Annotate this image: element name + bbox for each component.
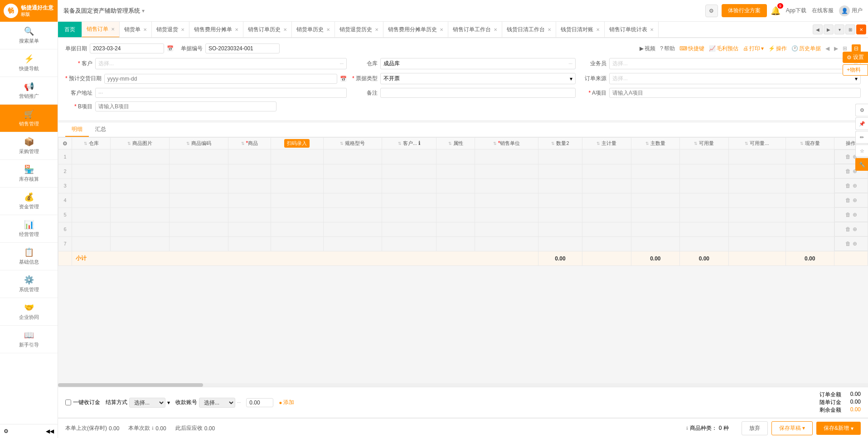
cell-attrs[interactable] — [436, 207, 475, 222]
tab-close-icon[interactable]: ✕ — [548, 27, 551, 32]
cell-available2[interactable] — [728, 207, 786, 222]
cell-product[interactable] — [228, 236, 271, 251]
cell-main-qty[interactable] — [631, 164, 679, 178]
cell-main-qty[interactable] — [631, 193, 679, 207]
operation-link[interactable]: ⚡ 操作 — [768, 45, 787, 53]
remarks-input[interactable] — [380, 88, 576, 98]
tab-close-icon[interactable]: ✕ — [596, 27, 600, 32]
cell-warehouse[interactable] — [72, 193, 111, 207]
cell-stock[interactable] — [786, 193, 834, 207]
cell-stock[interactable] — [786, 178, 834, 193]
a-project-input[interactable] — [609, 88, 861, 98]
cell-main-unit[interactable] — [582, 207, 631, 222]
tab-close-icon[interactable]: ✕ — [143, 27, 147, 32]
cell-product-img[interactable] — [111, 222, 170, 236]
cell-attrs[interactable] — [436, 236, 475, 251]
customer-address-select[interactable]: ··· — [95, 88, 347, 98]
tab-close-icon[interactable]: ✕ — [375, 27, 378, 32]
tab-sales-expense-split-history[interactable]: 销售费用分摊单历史 ✕ — [383, 22, 448, 38]
cell-stock[interactable] — [786, 222, 834, 236]
right-panel-edit-btn[interactable]: ✏ — [855, 131, 868, 144]
cell-product[interactable] — [228, 222, 271, 236]
cell-spec[interactable] — [323, 149, 382, 164]
cell-main-unit[interactable] — [582, 164, 631, 178]
tab-close-icon[interactable]: ✕ — [494, 27, 497, 32]
view-link[interactable]: ▶ 视频 — [640, 45, 655, 53]
col-stock[interactable]: ⇅ 现存量 — [786, 138, 834, 149]
cell-sales-unit[interactable] — [475, 207, 538, 222]
shortcut-link[interactable]: ⌨ 快捷键 — [679, 45, 704, 53]
sidebar-item-purchase[interactable]: 📦 采购管理 — [0, 132, 58, 160]
cell-main-unit[interactable] — [582, 236, 631, 251]
cell-sales-unit[interactable] — [475, 178, 538, 193]
cell-stock[interactable] — [786, 207, 834, 222]
save-draft-button[interactable]: 保存草稿 ▾ — [771, 421, 813, 435]
tab-sales-workbench[interactable]: 销售订单工作台 ✕ — [448, 22, 502, 38]
calendar-icon-2[interactable]: 📅 — [340, 76, 347, 82]
row-copy-icon[interactable]: ⊕ — [853, 212, 857, 218]
add-product-btn[interactable]: +物料 — [843, 64, 868, 76]
sidebar-item-system[interactable]: ⚙️ 系统管理 — [0, 270, 58, 298]
tab-close-icon[interactable]: ✕ — [650, 27, 654, 32]
cell-stock[interactable] — [786, 149, 834, 164]
cell-available2[interactable] — [728, 222, 786, 236]
cell-product-code[interactable] — [169, 164, 228, 178]
topbar-gear-btn[interactable]: ⚙ — [705, 5, 718, 17]
row-delete-icon[interactable]: 🗑 — [845, 241, 851, 247]
cell-main-qty[interactable] — [631, 222, 679, 236]
col-warehouse[interactable]: ⇅ 仓库 — [72, 138, 111, 149]
cell-main-qty[interactable] — [631, 207, 679, 222]
sidebar-item-guide[interactable]: 📖 新手引导 — [0, 326, 58, 353]
tab-summary[interactable]: 汇总 — [89, 123, 112, 137]
history-link[interactable]: 🕐 历史单据 — [791, 45, 821, 53]
settings-btn[interactable]: ⚙ 设置 — [843, 52, 868, 63]
cell-spec[interactable] — [323, 207, 382, 222]
notification-badge[interactable]: 🔔 9 — [771, 6, 781, 16]
sidebar-item-inventory[interactable]: 🏪 库存核算 — [0, 160, 58, 188]
right-panel-settings-btn[interactable]: ⚙ — [855, 104, 868, 116]
grid-view-btn[interactable]: ⊞ — [843, 45, 847, 52]
sidebar-item-basics[interactable]: 📋 基础信息 — [0, 243, 58, 270]
cell-warehouse[interactable] — [72, 207, 111, 222]
warehouse-select[interactable]: 成品库 ··· — [380, 58, 576, 69]
tabs-next-btn[interactable]: ▶ — [824, 24, 834, 34]
cell-qty2[interactable] — [538, 178, 582, 193]
tabs-close-btn[interactable]: ✕ — [856, 24, 866, 34]
tab-sales-refund-history[interactable]: 销货退货历史 ✕ — [335, 22, 383, 38]
cell-stock[interactable] — [786, 236, 834, 251]
salesperson-select[interactable]: 选择... ··· — [609, 58, 861, 69]
tabs-grid-btn[interactable]: ⊞ — [845, 24, 855, 34]
right-panel-star-btn[interactable]: ☆ — [855, 144, 868, 157]
cell-sales-unit[interactable] — [475, 236, 538, 251]
cell-available[interactable] — [680, 207, 728, 222]
cell-product-img[interactable] — [111, 207, 170, 222]
tab-close-icon[interactable]: ✕ — [111, 27, 115, 32]
cell-customer-attr[interactable] — [382, 149, 436, 164]
print-link[interactable]: 🖨 打印 ▾ — [743, 45, 764, 53]
cell-qty2[interactable] — [538, 236, 582, 251]
scroll-bar[interactable] — [58, 383, 203, 387]
col-product-code[interactable]: ⇅ 商品编码 — [169, 138, 228, 149]
tab-close-icon[interactable]: ✕ — [440, 27, 443, 32]
cell-customer-attr[interactable] — [382, 164, 436, 178]
collapse-icon[interactable]: ◀◀ — [46, 428, 54, 434]
cell-main-qty[interactable] — [631, 236, 679, 251]
col-sales-unit[interactable]: ⇅ *销售单位 — [475, 138, 538, 149]
cell-available[interactable] — [680, 193, 728, 207]
invoice-type-select[interactable]: 不开票 ▾ — [380, 73, 576, 84]
cell-product[interactable] — [228, 149, 271, 164]
tab-sales-refund[interactable]: 销货退货 ✕ — [152, 22, 189, 38]
save-new-button[interactable]: 保存&新增 ▾ — [816, 422, 861, 435]
sidebar-item-marketing[interactable]: 📢 营销推广 — [0, 77, 58, 105]
col-product[interactable]: ⇅ *商品 — [228, 138, 271, 149]
cell-warehouse[interactable] — [72, 178, 111, 193]
cell-available2[interactable] — [728, 236, 786, 251]
cell-attrs[interactable] — [436, 193, 475, 207]
col-available[interactable]: ⇅ 可用量 — [680, 138, 728, 149]
tabs-prev-btn[interactable]: ◀ — [813, 24, 823, 34]
cell-available[interactable] — [680, 149, 728, 164]
col-scan-input[interactable]: 扫码录入 — [271, 138, 323, 149]
cell-spec[interactable] — [323, 193, 382, 207]
cell-product-img[interactable] — [111, 164, 170, 178]
app-download-link[interactable]: App下载 — [786, 7, 806, 14]
